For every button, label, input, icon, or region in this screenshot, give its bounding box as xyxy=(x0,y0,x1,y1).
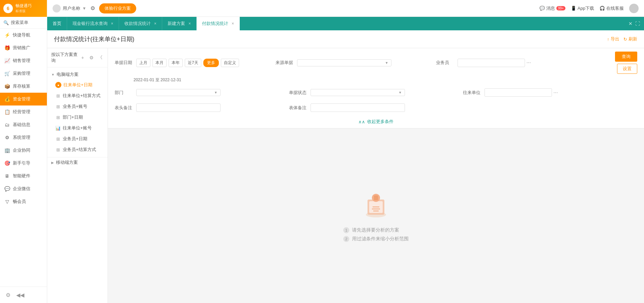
scheme-item-staff-settle[interactable]: ⊞ 业务员+结算方式 xyxy=(47,144,108,155)
scheme-item-partner-date[interactable]: ● 往来单位+日期 xyxy=(47,80,108,90)
sidebar-item-system[interactable]: ⚙ 系统管理 xyxy=(0,131,47,144)
scheme-settings-btn[interactable]: ⚙ xyxy=(88,54,95,61)
filter-voucher-select[interactable]: ▼ xyxy=(311,89,405,96)
tab-new-scheme-close[interactable]: × xyxy=(188,21,191,26)
search-icon: 🔍 xyxy=(3,20,9,25)
tab-payment-stats-close[interactable]: × xyxy=(232,21,234,26)
sidebar-item-operation[interactable]: 📋 经营管理 xyxy=(0,105,47,118)
sidebar-item-label: 基础信息 xyxy=(13,122,30,128)
tab-receipt-stats-close[interactable]: × xyxy=(154,21,156,26)
search-menu[interactable]: 🔍 搜索菜单 xyxy=(0,17,47,29)
filter-partner-label: 往来单位 xyxy=(463,90,482,96)
marketing-icon: 🎁 xyxy=(4,45,10,51)
filter-staff-input[interactable] xyxy=(458,59,525,67)
query-btn[interactable]: 查询 xyxy=(615,52,637,62)
online-service-btn[interactable]: 🎧 在线客服 xyxy=(599,5,624,11)
tab-home-label: 首页 xyxy=(53,21,61,27)
filter-dept-section: 部门 ▼ xyxy=(115,89,289,96)
scheme-item-label: 往来单位+日期 xyxy=(63,82,92,88)
sidebar-item-vip[interactable]: ▽ 畅会员 xyxy=(0,195,47,208)
filter-settings-btn[interactable]: 设置 xyxy=(617,64,637,74)
sidebar-item-hardware[interactable]: 🖥 智能硬件 xyxy=(0,170,47,182)
filter-partner-input[interactable] xyxy=(485,88,552,97)
refresh-btn[interactable]: ↻ 刷新 xyxy=(623,36,637,42)
scheme-add-btn[interactable]: + xyxy=(79,54,86,61)
sidebar-item-finance[interactable]: 💰 资金管理 xyxy=(0,93,47,105)
scheme-group-desktop-header[interactable]: ▼ 电脑端方案 xyxy=(47,69,108,80)
date-btn-7days[interactable]: 近7天 xyxy=(185,59,201,67)
page-title: 付款情况统计(往来单位+日期) xyxy=(54,35,135,43)
filter-container: 单据日期 上月 本月 本年 近7天 更多 自定义 xyxy=(108,48,644,128)
filter-body-note-input[interactable] xyxy=(311,103,405,112)
trial-btn[interactable]: 体验行业方案 xyxy=(99,3,136,13)
tab-fullscreen-btn[interactable]: ⛶ xyxy=(635,21,640,26)
scheme-item-partner-settle[interactable]: ⊞ 往来单位+结算方式 xyxy=(47,90,108,101)
filter-actions: 查询 设置 xyxy=(597,52,637,74)
scheme-mobile-group-header[interactable]: ▶ 移动端方案 xyxy=(47,157,108,168)
filter-date-btns: 上月 本月 本年 近7天 更多 自定义 xyxy=(136,59,239,67)
scheme-collapse-btn[interactable]: 《 xyxy=(97,54,104,61)
sidebar-item-sales[interactable]: 📈 销售管理 xyxy=(0,54,47,67)
sidebar: 6 畅捷通巧 标准版 🔍 搜索菜单 ⚡ 快捷导航 🎁 营销推广 📈 销售管理 🛒… xyxy=(0,0,47,303)
tab-receipt-stats[interactable]: 收款情况统计 × xyxy=(119,17,162,30)
export-btn[interactable]: ↑ 导出 xyxy=(607,36,620,42)
page-content: 付款情况统计(往来单位+日期) ↑ 导出 ↻ 刷新 按以下方案查询 xyxy=(47,30,644,303)
scheme-item-partner-account[interactable]: 📊 往来单位+账号 xyxy=(47,123,108,133)
sidebar-item-quick-nav[interactable]: ⚡ 快捷导航 xyxy=(0,29,47,41)
date-btn-this-year[interactable]: 本年 xyxy=(169,59,183,67)
date-btn-more[interactable]: 更多 xyxy=(203,59,219,67)
filter-source-select[interactable]: ▼ xyxy=(297,59,391,66)
date-btn-last-month[interactable]: 上月 xyxy=(136,59,150,67)
sidebar-item-base-info[interactable]: 🗂 基础信息 xyxy=(0,118,47,131)
filter-staff-dots-icon[interactable]: ··· xyxy=(526,60,531,66)
svg-rect-4 xyxy=(374,195,378,200)
sidebar-item-marketing[interactable]: 🎁 营销推广 xyxy=(0,41,47,54)
empty-tip-2: 2 用过滤条件来缩小分析范围 xyxy=(343,236,409,242)
collapse-more-conditions-btn[interactable]: ∧∧ 收起更多条件 xyxy=(108,115,644,128)
sidebar-item-purchase[interactable]: 🛒 采购管理 xyxy=(0,67,47,80)
messages-btn[interactable]: 💬 消息 99+ xyxy=(539,5,565,11)
page-actions: ↑ 导出 ↻ 刷新 xyxy=(607,36,638,42)
filter-dept-select[interactable]: ▼ xyxy=(136,89,221,96)
filter-header-note-input[interactable] xyxy=(136,103,221,112)
sidebar-item-inventory[interactable]: 📦 库存核算 xyxy=(0,80,47,93)
topbar-settings-icon[interactable]: ⚙ xyxy=(90,5,95,11)
scheme-item-table-icon: ⊞ xyxy=(55,147,61,152)
topbar-user-pic[interactable] xyxy=(629,4,639,13)
filter-voucher-label: 单据状态 xyxy=(289,90,308,96)
tab-home[interactable]: 首页 xyxy=(47,17,67,30)
refresh-label: 刷新 xyxy=(628,36,637,42)
topbar-user[interactable]: 用户名称 ▼ xyxy=(53,4,86,12)
tab-payment-stats[interactable]: 付款情况统计 × xyxy=(197,17,240,30)
scheme-desktop-group: ▼ 电脑端方案 ● 往来单位+日期 ⊞ 往来单位+结算方式 ⊞ xyxy=(47,67,108,157)
filter-row-1: 单据日期 上月 本月 本年 近7天 更多 自定义 xyxy=(108,48,644,77)
date-btn-this-month[interactable]: 本月 xyxy=(152,59,167,67)
footer-settings-btn[interactable]: ⚙ xyxy=(3,290,13,300)
online-service-label: 在线客服 xyxy=(606,5,624,11)
app-download-btn[interactable]: 📱 App下载 xyxy=(571,5,594,11)
sidebar-item-label: 经营管理 xyxy=(13,109,30,115)
service-icon: 🎧 xyxy=(599,6,605,11)
footer-collapse-btn[interactable]: ◀◀ xyxy=(16,290,25,300)
sidebar-item-guide[interactable]: 🎯 新手引导 xyxy=(0,157,47,170)
tab-bank-flow[interactable]: 现金银行流水查询 × xyxy=(67,17,119,30)
sidebar-item-label: 采购管理 xyxy=(13,70,30,77)
messages-label: 消息 xyxy=(546,5,555,11)
scheme-item-staff-date[interactable]: ⊞ 业务员+日期 xyxy=(47,133,108,144)
tab-bank-flow-close[interactable]: × xyxy=(111,21,113,26)
tab-new-scheme[interactable]: 新建方案 × xyxy=(162,17,197,30)
date-btn-custom[interactable]: 自定义 xyxy=(221,59,239,67)
scheme-item-dept-date[interactable]: ⊞ 部门+日期 xyxy=(47,112,108,123)
wechat-icon: 💬 xyxy=(4,186,10,192)
sidebar-item-enterprise[interactable]: 🏢 企业协同 xyxy=(0,144,47,157)
sales-icon: 📈 xyxy=(4,58,10,64)
filter-partner-dots-icon[interactable]: ··· xyxy=(553,90,558,96)
sidebar-item-label: 新手引导 xyxy=(13,160,30,166)
scheme-item-staff-account[interactable]: ⊞ 业务员+账号 xyxy=(47,101,108,112)
tab-close-all-btn[interactable]: ✕ xyxy=(628,21,633,26)
sidebar-item-wechat[interactable]: 💬 企业微信 xyxy=(0,182,47,195)
filter-voucher-section: 单据状态 ▼ xyxy=(289,89,463,96)
filter-partner-section: 往来单位 ··· xyxy=(463,88,637,97)
scheme-item-table-icon: ⊞ xyxy=(55,104,61,109)
filter-row-2: 部门 ▼ 单据状态 ▼ xyxy=(108,85,644,100)
